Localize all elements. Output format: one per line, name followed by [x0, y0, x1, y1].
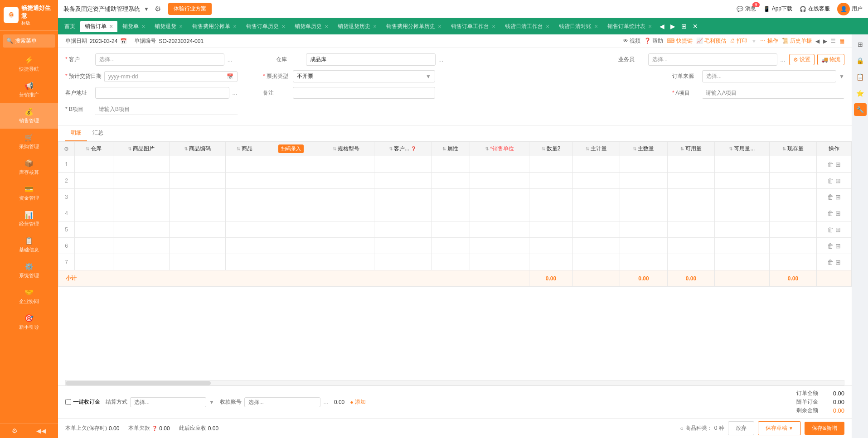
online-service-item[interactable]: 🎧 在线客服 [800, 5, 830, 13]
sidebar-item-enterprise[interactable]: 🤝 企业协同 [0, 284, 58, 309]
row-unit-1[interactable] [470, 156, 529, 173]
row-code-2[interactable] [169, 173, 225, 189]
tab-next-button[interactable]: ▶ [668, 21, 678, 32]
operations-btn[interactable]: ⋯ 操作 [760, 37, 778, 45]
delete-row-7-btn[interactable]: 🗑 [827, 259, 834, 266]
copy-row-6-btn[interactable]: ⊞ [835, 242, 841, 250]
table-horizontal-scrollbar[interactable] [65, 380, 844, 385]
row-product-3[interactable] [225, 189, 264, 205]
history-btn[interactable]: 📜 历史单据 [782, 37, 812, 45]
receipt-account-input[interactable] [244, 397, 320, 407]
row-available-3[interactable] [667, 189, 714, 205]
notification-item[interactable]: 💬 消息 9 [737, 5, 756, 13]
row-main-unit-1[interactable] [572, 156, 620, 173]
tab-close-all-button[interactable]: ✕ [690, 21, 701, 32]
row-scan-2[interactable] [264, 173, 318, 189]
row-current-3[interactable] [769, 189, 816, 205]
salesperson-input[interactable]: 选择... [648, 53, 777, 66]
address-more-btn[interactable]: … [232, 90, 238, 96]
row-code-3[interactable] [169, 189, 225, 205]
row-unit-2[interactable] [470, 173, 529, 189]
row-warehouse-2[interactable] [75, 173, 113, 189]
tab-sales-workbench[interactable]: 销售订单工作台 ✕ [446, 21, 500, 32]
row-warehouse-7[interactable] [75, 254, 113, 270]
sidebar-item-quick-nav[interactable]: ⚡ 快捷导航 [0, 51, 58, 77]
note-input[interactable] [293, 87, 435, 99]
save-draft-button[interactable]: 保存草稿 ▼ [758, 421, 801, 435]
row-warehouse-3[interactable] [75, 189, 113, 205]
row-main-unit-3[interactable] [572, 189, 620, 205]
tab-sales-order-history[interactable]: 销售订单历史 ✕ [242, 21, 290, 32]
project-a-input[interactable] [702, 87, 844, 99]
one-click-checkbox[interactable] [65, 399, 71, 405]
tab-daily-reconcile-close[interactable]: ✕ [594, 24, 598, 29]
row-qty2-3[interactable] [529, 189, 573, 205]
row-qty2-2[interactable] [529, 173, 573, 189]
calendar-icon[interactable]: 📅 [120, 38, 127, 44]
search-menu-button[interactable]: 🔍 搜索菜单 [3, 34, 55, 48]
row-main-qty-2[interactable] [620, 173, 667, 189]
logistics-btn[interactable]: 🚚 物流 [817, 54, 844, 65]
tab-prev-button[interactable]: ◀ [657, 21, 667, 32]
tab-sales-slip-history-close[interactable]: ✕ [325, 24, 328, 29]
copy-row-5-btn[interactable]: ⊞ [835, 226, 841, 233]
row-product-1[interactable] [225, 156, 264, 173]
panel-btn-2[interactable]: 🔒 [854, 54, 867, 67]
copy-row-3-btn[interactable]: ⊞ [835, 193, 841, 201]
tab-sales-expense-history[interactable]: 销售费用分摊单历史 ✕ [382, 21, 446, 32]
save-new-button[interactable]: 保存&新增 [805, 422, 844, 435]
row-attr-2[interactable] [431, 173, 470, 189]
warehouse-more-btn[interactable]: … [438, 57, 444, 63]
row-main-unit-2[interactable] [572, 173, 620, 189]
prev-record-btn[interactable]: ◀ [815, 38, 820, 44]
shortcut-btn[interactable]: ⌨ 快捷键 [667, 37, 692, 45]
order-source-input[interactable]: 选择... [702, 70, 836, 82]
tab-daily-clear-close[interactable]: ✕ [546, 24, 549, 29]
customer-more-btn[interactable]: … [227, 57, 233, 63]
sidebar-item-marketing[interactable]: 📢 营销推广 [0, 77, 58, 103]
tab-sales-expense-close[interactable]: ✕ [233, 24, 237, 29]
delete-row-5-btn[interactable]: 🗑 [827, 226, 834, 233]
row-customer-code-2[interactable] [374, 173, 431, 189]
view-btn[interactable]: 👁 视频 [623, 37, 640, 45]
row-current-2[interactable] [769, 173, 816, 189]
sidebar-item-finance[interactable]: 💳 资金管理 [0, 180, 58, 206]
salesperson-more-btn[interactable]: … [780, 57, 786, 63]
sidebar-item-sales[interactable]: 💰 销售管理 [0, 103, 58, 129]
row-current-1[interactable] [769, 156, 816, 173]
settings-btn[interactable]: ⚙ 设置 [789, 54, 815, 65]
receipt-more-btn[interactable]: … [323, 399, 329, 405]
tab-sales-return-history-close[interactable]: ✕ [373, 24, 377, 29]
copy-row-1-btn[interactable]: ⊞ [835, 161, 841, 168]
system-dropdown[interactable]: ▼ [144, 6, 149, 12]
tab-sales-workbench-close[interactable]: ✕ [492, 24, 495, 29]
row-main-qty-3[interactable] [620, 189, 667, 205]
row-attr-3[interactable] [431, 189, 470, 205]
sidebar-item-management[interactable]: 📊 经营管理 [0, 206, 58, 232]
row-available2-3[interactable] [715, 189, 770, 205]
warehouse-input[interactable]: 成品库 [306, 53, 435, 66]
delete-row-6-btn[interactable]: 🗑 [827, 242, 834, 250]
tab-sales-expense-history-close[interactable]: ✕ [438, 24, 441, 29]
tab-sales-slip-close[interactable]: ✕ [141, 24, 145, 29]
grid-view-btn[interactable]: ☰ [831, 38, 836, 44]
row-customer-code-3[interactable] [374, 189, 431, 205]
solution-button[interactable]: 体验行业方案 [168, 3, 212, 15]
user-item[interactable]: 👤 用户 [837, 3, 863, 15]
sidebar-item-inventory[interactable]: 📦 库存核算 [0, 154, 58, 180]
sidebar-item-system[interactable]: ⚙️ 系统管理 [0, 258, 58, 284]
tab-sales-expense[interactable]: 销售费用分摊单 ✕ [188, 21, 241, 32]
customer-input[interactable]: 选择... [95, 53, 224, 66]
copy-row-4-btn[interactable]: ⊞ [835, 210, 841, 217]
row-spec-3[interactable] [318, 189, 374, 205]
tab-summary[interactable]: 汇总 [87, 125, 109, 141]
topbar-settings-icon[interactable]: ⚙ [155, 5, 161, 13]
tab-sales-stats[interactable]: 销售订单统计表 ✕ [603, 21, 656, 32]
row-scan-3[interactable] [264, 189, 318, 205]
sidebar-item-basic-info[interactable]: 📋 基础信息 [0, 232, 58, 258]
tab-sales-order[interactable]: 销售订单 ✕ [80, 21, 117, 32]
row-image-2[interactable] [113, 173, 169, 189]
tab-sales-order-history-close[interactable]: ✕ [281, 24, 285, 29]
panel-btn-5[interactable]: 🔧 [854, 103, 867, 116]
delete-row-4-btn[interactable]: 🗑 [827, 210, 834, 217]
